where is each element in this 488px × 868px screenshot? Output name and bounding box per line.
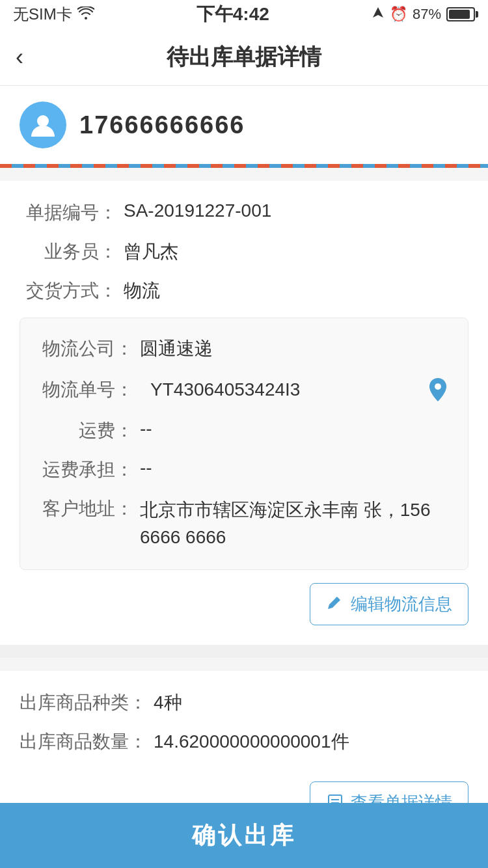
wifi-icon — [77, 5, 94, 23]
goods-quantity-value: 14.620000000000001件 — [154, 729, 468, 754]
edit-btn-container: 编辑物流信息 — [20, 570, 468, 625]
delivery-value: 物流 — [124, 278, 468, 303]
freight-bearer-label: 运费承担： — [36, 457, 140, 482]
salesman-row: 业务员： 曾凡杰 — [20, 239, 468, 264]
logistics-company-row: 物流公司： 圆通速递 — [36, 336, 452, 361]
goods-quantity-label: 出库商品数量： — [20, 729, 154, 754]
section-divider — [0, 645, 488, 658]
logistics-company-value: 圆通速递 — [140, 336, 452, 361]
status-bar-right: ⏰ 87% — [372, 6, 475, 23]
address-label: 客户地址： — [36, 496, 140, 521]
user-icon — [29, 111, 57, 139]
edit-icon — [326, 595, 344, 614]
doc-number-row: 单据编号： SA-20191227-001 — [20, 200, 468, 225]
freight-row: 运费： -- — [36, 418, 452, 443]
svg-point-1 — [435, 383, 441, 390]
delivery-label: 交货方式： — [20, 278, 124, 303]
nav-bar: ‹ 待出库单据详情 — [0, 29, 488, 86]
status-bar-left: 无SIM卡 — [13, 4, 94, 25]
freight-value: -- — [140, 418, 452, 439]
document-info-section: 单据编号： SA-20191227-001 业务员： 曾凡杰 交货方式： 物流 … — [0, 181, 488, 645]
goods-quantity-row: 出库商品数量： 14.620000000000001件 — [20, 729, 468, 754]
battery-icon — [446, 7, 475, 21]
confirm-btn-wrap: 确认出库 — [0, 803, 488, 868]
logistics-card: 物流公司： 圆通速递 物流单号： YT43064053424I3 运费： -- … — [20, 318, 468, 570]
battery-percent: 87% — [413, 6, 441, 23]
goods-types-row: 出库商品种类： 4种 — [20, 690, 468, 715]
carrier-text: 无SIM卡 — [13, 4, 72, 25]
avatar — [20, 102, 66, 148]
delivery-row: 交货方式： 物流 — [20, 278, 468, 303]
confirm-outbound-button[interactable]: 确认出库 — [0, 803, 488, 868]
doc-number-label: 单据编号： — [20, 200, 124, 225]
dashed-divider — [0, 164, 488, 168]
freight-label: 运费： — [36, 418, 140, 443]
doc-number-value: SA-20191227-001 — [124, 200, 468, 221]
logistics-company-label: 物流公司： — [36, 336, 140, 361]
freight-bearer-row: 运费承担： -- — [36, 457, 452, 482]
goods-types-value: 4种 — [154, 690, 468, 715]
tracking-row: 物流单号： YT43064053424I3 — [36, 375, 452, 404]
tracking-location-icon[interactable] — [424, 375, 452, 404]
freight-bearer-value: -- — [140, 457, 452, 478]
page-title: 待出库单据详情 — [167, 42, 321, 72]
salesman-value: 曾凡杰 — [124, 239, 468, 264]
alarm-icon: ⏰ — [390, 6, 407, 23]
salesman-label: 业务员： — [20, 239, 124, 264]
status-bar: 无SIM卡 下午4:42 ⏰ 87% — [0, 0, 488, 29]
customer-header: 17666666666 — [0, 86, 488, 164]
location-status-icon — [372, 6, 385, 23]
edit-logistics-button[interactable]: 编辑物流信息 — [310, 583, 468, 625]
address-row: 客户地址： 北京市市辖区海淀区永丰南 张，156 6666 6666 — [36, 496, 452, 551]
map-pin-icon — [426, 378, 450, 401]
svg-point-0 — [37, 115, 49, 127]
tracking-label: 物流单号： — [36, 377, 140, 402]
address-value: 北京市市辖区海淀区永丰南 张，156 6666 6666 — [140, 496, 452, 551]
edit-logistics-label: 编辑物流信息 — [351, 593, 452, 616]
goods-types-label: 出库商品种类： — [20, 690, 154, 715]
status-bar-time: 下午4:42 — [197, 2, 269, 27]
tracking-value: YT43064053424I3 — [150, 379, 413, 400]
customer-phone: 17666666666 — [79, 111, 245, 139]
back-button[interactable]: ‹ — [16, 44, 23, 71]
